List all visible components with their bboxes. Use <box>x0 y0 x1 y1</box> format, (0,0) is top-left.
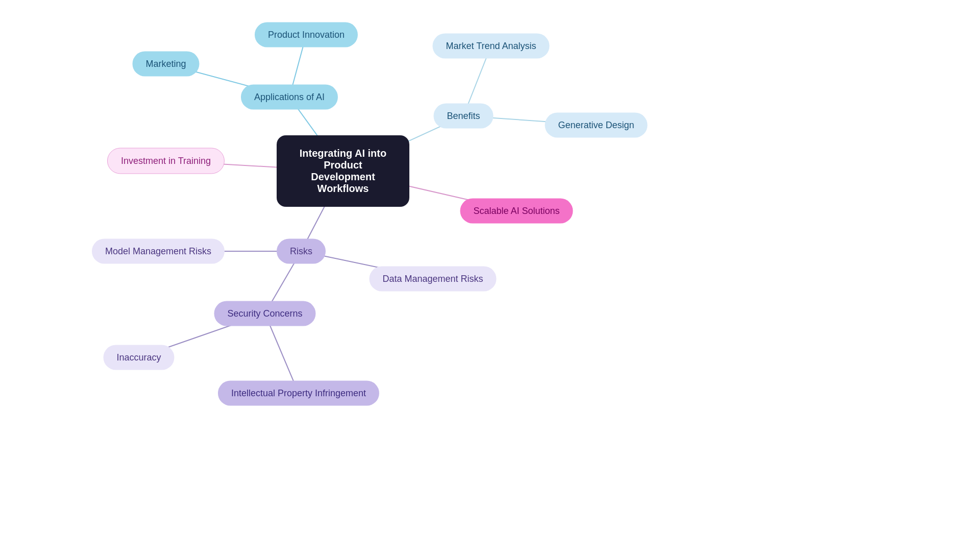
mind-map: Integrating AI into Product Development … <box>0 0 980 553</box>
node-scalable_ai_solutions[interactable]: Scalable AI Solutions <box>460 199 573 224</box>
node-intellectual_property[interactable]: Intellectual Property Infringement <box>218 381 379 406</box>
node-product_innovation[interactable]: Product Innovation <box>255 22 358 47</box>
node-risks[interactable]: Risks <box>277 239 326 264</box>
node-benefits[interactable]: Benefits <box>433 104 493 129</box>
node-market_trend_analysis[interactable]: Market Trend Analysis <box>432 34 549 59</box>
node-marketing[interactable]: Marketing <box>132 52 199 77</box>
node-investment_in_training[interactable]: Investment in Training <box>107 148 225 174</box>
node-security_concerns[interactable]: Security Concerns <box>214 301 315 326</box>
node-model_management_risks[interactable]: Model Management Risks <box>92 239 225 264</box>
node-data_management_risks[interactable]: Data Management Risks <box>369 267 496 292</box>
node-inaccuracy[interactable]: Inaccuracy <box>103 345 174 370</box>
node-generative_design[interactable]: Generative Design <box>545 113 647 138</box>
node-center[interactable]: Integrating AI into Product Development … <box>277 135 409 207</box>
node-applications_of_ai[interactable]: Applications of AI <box>241 85 338 110</box>
